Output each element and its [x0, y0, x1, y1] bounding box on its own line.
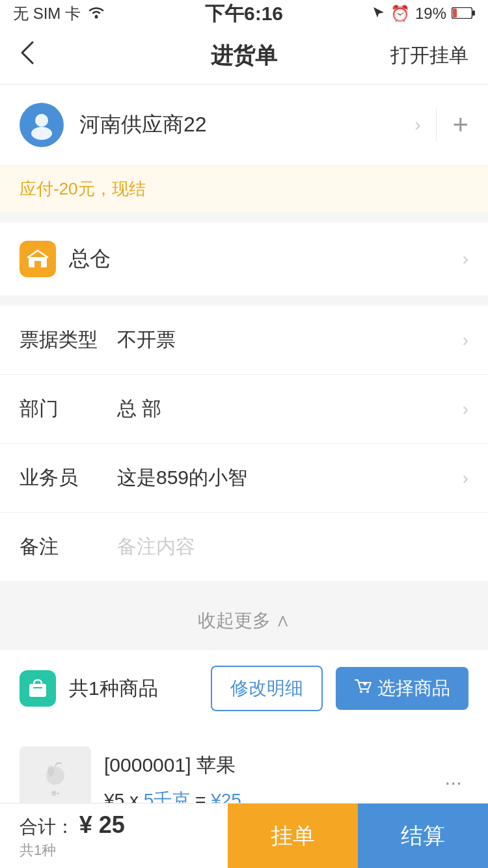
wifi-icon	[87, 5, 105, 23]
battery-icon	[452, 5, 475, 23]
select-product-button[interactable]: 选择商品	[336, 667, 468, 710]
product-name: [0000001] 苹果	[104, 752, 425, 779]
total-section: 合计： ¥ 25 共1种	[0, 811, 228, 860]
product-icon	[20, 670, 56, 707]
add-supplier-button[interactable]: +	[452, 109, 468, 141]
svg-rect-2	[472, 10, 475, 16]
alarm-icon: ⏰	[390, 5, 410, 23]
bottom-bar: 合计： ¥ 25 共1种 挂单 结算	[0, 803, 488, 868]
dept-value: 总 部	[117, 396, 463, 422]
product-count: 共1种商品	[69, 675, 198, 702]
dept-chevron-icon: ›	[463, 399, 468, 420]
chevron-right-icon: ›	[414, 115, 420, 135]
cart-icon	[354, 678, 372, 699]
status-bar: 无 SIM 卡 下午6:16 ⏰ 19%	[0, 0, 488, 27]
salesman-value: 这是859的小智	[117, 465, 463, 491]
battery-percent: 19%	[415, 5, 446, 23]
warehouse-card: 总仓 ›	[0, 223, 488, 295]
svg-rect-7	[34, 261, 41, 267]
warehouse-icon	[20, 241, 56, 277]
warehouse-chevron-icon: ›	[463, 249, 468, 269]
svg-point-4	[35, 114, 48, 127]
svg-rect-8	[29, 684, 46, 697]
supplier-name: 河南供应商22	[79, 111, 414, 139]
warehouse-name: 总仓	[69, 245, 463, 273]
dept-label: 部门	[20, 396, 98, 422]
invoice-value: 不开票	[117, 327, 463, 353]
total-label: 合计：	[20, 817, 74, 837]
collapse-toggle[interactable]: 收起更多 ∧	[0, 591, 488, 650]
main-content: 河南供应商22 › + 应付-20元，现结 总仓 › 票据类型 不开票 ›	[0, 85, 488, 868]
select-product-label: 选择商品	[377, 676, 450, 701]
page-title: 进货单	[211, 41, 277, 71]
vertical-divider	[436, 109, 437, 141]
total-count: 共1种	[20, 841, 208, 860]
form-card: 票据类型 不开票 › 部门 总 部 › 业务员 这是859的小智 › 备注 备注…	[0, 306, 488, 581]
salesman-label: 业务员	[20, 465, 98, 491]
total-line: 合计： ¥ 25	[20, 811, 208, 839]
svg-point-12	[47, 766, 54, 776]
svg-rect-3	[453, 8, 457, 18]
remark-input[interactable]: 备注内容	[117, 534, 468, 560]
svg-point-10	[366, 690, 369, 693]
svg-text:督+: 督+	[51, 791, 60, 796]
location-icon	[372, 5, 385, 23]
dept-row[interactable]: 部门 总 部 ›	[0, 375, 488, 444]
remark-row[interactable]: 备注 备注内容	[0, 513, 488, 581]
back-button[interactable]	[20, 40, 35, 72]
edit-details-button[interactable]: 修改明细	[211, 666, 323, 711]
more-options-button[interactable]: ···	[438, 764, 468, 801]
warehouse-row[interactable]: 总仓 ›	[0, 223, 488, 295]
salesman-row[interactable]: 业务员 这是859的小智 ›	[0, 444, 488, 513]
status-time: 下午6:16	[205, 1, 283, 27]
supplier-avatar	[20, 103, 64, 147]
svg-point-5	[31, 127, 52, 140]
remark-label: 备注	[20, 534, 98, 560]
supplier-card: 河南供应商22 › + 应付-20元，现结	[0, 85, 488, 212]
open-hang-button[interactable]: 打开挂单	[390, 42, 468, 69]
salesman-chevron-icon: ›	[463, 468, 468, 489]
carrier-label: 无 SIM 卡	[13, 3, 81, 24]
status-right: ⏰ 19%	[372, 5, 475, 23]
invoice-row[interactable]: 票据类型 不开票 ›	[0, 306, 488, 375]
invoice-chevron-icon: ›	[463, 330, 468, 351]
total-amount: ¥ 25	[79, 811, 125, 838]
invoice-label: 票据类型	[20, 327, 98, 353]
product-header: 共1种商品 修改明细 选择商品	[0, 650, 488, 727]
svg-point-9	[360, 690, 362, 693]
supplier-row[interactable]: 河南供应商22 › +	[0, 85, 488, 166]
supplier-notice: 应付-20元，现结	[0, 166, 488, 212]
status-left: 无 SIM 卡	[13, 3, 105, 24]
hang-button[interactable]: 挂单	[228, 804, 358, 869]
nav-bar: 进货单 打开挂单	[0, 27, 488, 85]
svg-point-0	[95, 16, 98, 19]
checkout-button[interactable]: 结算	[358, 804, 488, 869]
